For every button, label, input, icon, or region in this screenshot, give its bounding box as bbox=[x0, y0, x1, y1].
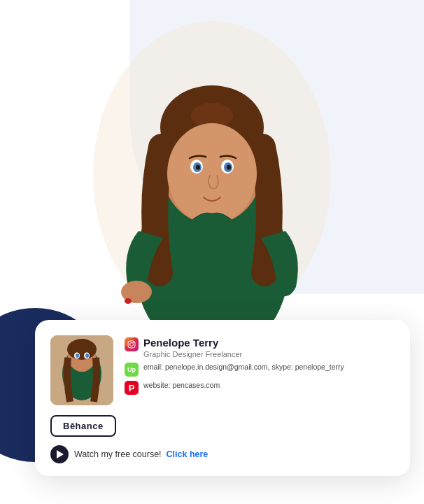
profile-card: Penelope Terry Graphic Designer Freelanc… bbox=[35, 320, 410, 476]
svg-point-26 bbox=[130, 343, 134, 346]
watch-course-row: Watch my free course! Click here bbox=[50, 445, 395, 463]
svg-point-6 bbox=[167, 123, 257, 224]
instagram-icon bbox=[125, 337, 139, 351]
card-top: Penelope Terry Graphic Designer Freelanc… bbox=[50, 335, 395, 405]
svg-point-27 bbox=[133, 342, 134, 344]
svg-point-23 bbox=[76, 354, 79, 358]
person-name: Penelope Terry bbox=[143, 337, 242, 349]
email-row: Up email: penelope.in.design@gmail.com, … bbox=[125, 362, 395, 377]
website-text: website: pencases.com bbox=[143, 380, 220, 391]
svg-point-15 bbox=[125, 298, 132, 304]
website-row: P website: pencases.com bbox=[125, 380, 395, 395]
name-row: Penelope Terry Graphic Designer Freelanc… bbox=[125, 337, 395, 358]
watch-text: Watch my free course! Click here bbox=[74, 449, 208, 459]
click-here-link[interactable]: Click here bbox=[167, 449, 209, 459]
contact-info: Penelope Terry Graphic Designer Freelanc… bbox=[125, 335, 395, 395]
play-button[interactable] bbox=[50, 445, 69, 463]
email-text: email: penelope.in.design@gmail.com, sky… bbox=[143, 362, 344, 373]
play-icon bbox=[57, 450, 64, 458]
svg-point-24 bbox=[85, 354, 89, 358]
svg-point-11 bbox=[196, 165, 200, 170]
behance-label: Bēhance bbox=[63, 421, 104, 431]
pinterest-icon: P bbox=[125, 381, 139, 395]
upwork-icon: Up bbox=[125, 363, 139, 377]
svg-point-20 bbox=[67, 339, 97, 360]
scene: Penelope Terry Graphic Designer Freelanc… bbox=[0, 0, 424, 504]
behance-button[interactable]: Bēhance bbox=[50, 415, 116, 437]
profile-thumbnail bbox=[50, 335, 113, 405]
watch-text-static: Watch my free course! bbox=[74, 449, 162, 459]
svg-point-12 bbox=[227, 165, 231, 170]
person-image bbox=[79, 0, 345, 336]
person-title: Graphic Designer Freelancer bbox=[143, 350, 242, 358]
name-title-group: Penelope Terry Graphic Designer Freelanc… bbox=[143, 337, 242, 358]
svg-rect-25 bbox=[128, 341, 135, 348]
